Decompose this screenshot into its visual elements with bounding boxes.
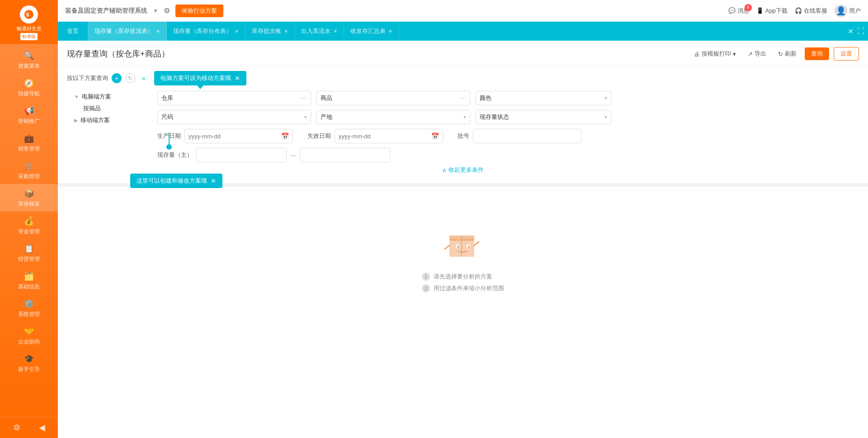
sidebar-item-label: 销售管理 xyxy=(18,145,40,153)
finance-icon: 💰 xyxy=(24,216,34,226)
sidebar-logo: 6 畅通好生意 标准版 xyxy=(0,0,58,44)
production-date-field[interactable]: 📅 xyxy=(184,129,293,143)
tab-home[interactable]: 首页 xyxy=(58,22,88,41)
query-btn[interactable]: 查询 xyxy=(805,47,829,60)
tab-batch[interactable]: 库存批次账 ✕ xyxy=(245,22,295,41)
set-btn[interactable]: 设置 xyxy=(834,47,859,61)
app-download-btn[interactable]: 📱 App下载 xyxy=(756,7,788,15)
sidebar-item-collab[interactable]: 🤝 企业协同 xyxy=(0,322,58,349)
expiry-date-calendar-icon[interactable]: 📅 xyxy=(431,132,439,140)
batch-input[interactable] xyxy=(477,133,577,140)
origin-label: 产地 xyxy=(321,113,463,121)
sidebar-item-sales[interactable]: 💼 销售管理 xyxy=(0,129,58,156)
scheme-desktop-item[interactable]: ▼ 电脑端方案 xyxy=(74,91,148,103)
color-field[interactable]: 颜色 ▾ xyxy=(476,91,611,105)
scheme-mobile-item[interactable]: ▶ 移动端方案 xyxy=(74,114,148,126)
print-btn[interactable]: 🖨 按模板打印 ▾ xyxy=(690,48,740,60)
tab-inventory-dist[interactable]: 现存量（库存分布表） ✕ xyxy=(167,22,245,41)
expiry-date-group: 失效日期 📅 xyxy=(307,129,443,143)
tab-close-inventory-status[interactable]: ✕ xyxy=(156,28,160,34)
tooltip1-close-btn[interactable]: ✕ xyxy=(235,75,240,82)
user-profile-btn[interactable]: 👤 用户 xyxy=(835,5,861,17)
inventory-status-field[interactable]: 现存量状态 ▾ xyxy=(476,110,611,124)
export-btn[interactable]: ↗ 导出 xyxy=(744,48,770,60)
tab-close-inventory-dist[interactable]: ✕ xyxy=(235,28,239,34)
tooltip1-wrapper: 电脑方案可设为移动方案哦 ✕ xyxy=(154,71,246,85)
svg-point-7 xyxy=(457,246,459,248)
filter-refresh-btn[interactable]: ↻ xyxy=(125,73,135,83)
production-date-input[interactable] xyxy=(189,133,278,140)
sidebar-item-marketing[interactable]: 📢 营销推广 xyxy=(0,101,58,129)
tab-inventory-status[interactable]: 现存量（库存状况表） ✕ xyxy=(88,22,167,41)
expiry-date-field[interactable]: 📅 xyxy=(335,129,443,143)
export-label: 导出 xyxy=(755,50,766,58)
sidebar-item-newbie[interactable]: 🎓 新手引导 xyxy=(0,349,58,377)
sidebar: 6 畅通好生意 标准版 🔍 搜索菜单 🧭 快捷导航 📢 营销推广 💼 销售管理 … xyxy=(0,0,58,438)
tab-close-summary[interactable]: ✕ xyxy=(388,28,392,34)
online-support-btn[interactable]: 🎧 在线客服 xyxy=(795,7,827,15)
expiry-date-input[interactable] xyxy=(339,133,429,140)
tab-close-flow[interactable]: ✕ xyxy=(333,28,337,34)
production-date-calendar-icon[interactable]: 📅 xyxy=(281,132,289,140)
page-actions: 🖨 按模板打印 ▾ ↗ 导出 ↻ 刷新 查询 设置 xyxy=(690,47,859,61)
inventory-status-dropdown[interactable]: ▾ xyxy=(604,114,607,120)
settings-bottom-btn[interactable]: ⚙ xyxy=(13,423,20,433)
size-field[interactable]: 尺码 ▾ xyxy=(157,110,311,124)
empty-step-2: 2 用过滤条件来缩小分析范围 xyxy=(422,284,504,292)
scheme-tree: ▼ 电脑端方案 按揭品 ▶ 移动端方案 xyxy=(67,91,148,162)
tab-fullscreen-btn[interactable]: ⛶ xyxy=(857,27,864,35)
filter-row-2: 尺码 ▾ 产地 ▾ 现存量状态 ▾ xyxy=(157,110,850,124)
collapse-sidebar-btn[interactable]: ◀ xyxy=(39,423,45,433)
sidebar-item-search[interactable]: 🔍 搜索菜单 xyxy=(0,46,58,74)
marketing-icon: 📢 xyxy=(24,106,34,116)
inventory-from-field[interactable] xyxy=(196,148,287,162)
inventory-to-input[interactable] xyxy=(304,152,386,159)
production-date-group: 生产日期 📅 xyxy=(157,129,293,143)
filter-arrow-btn[interactable]: « xyxy=(139,73,149,83)
warehouse-dots[interactable]: ··· xyxy=(301,94,307,102)
tab-summary[interactable]: 收发存汇总表 ✕ xyxy=(344,22,399,41)
tab-close-batch[interactable]: ✕ xyxy=(284,28,288,34)
notification-btn[interactable]: 💬 消息 6 xyxy=(728,7,749,15)
filter-add-btn[interactable]: + xyxy=(112,73,122,83)
sidebar-item-label: 采购管理 xyxy=(18,173,40,180)
tab-close-all-btn[interactable]: ✕ xyxy=(848,27,854,36)
inventory-from-input[interactable] xyxy=(200,152,283,159)
sidebar-item-system[interactable]: ⚙️ 系统管理 xyxy=(0,294,58,322)
newbie-icon: 🎓 xyxy=(24,354,34,364)
search-icon: 🔍 xyxy=(24,51,34,61)
empty-steps: 1 请先选择要分析的方案 2 用过滤条件来缩小分析范围 xyxy=(422,273,504,292)
goods-dots[interactable]: ··· xyxy=(460,94,466,102)
sidebar-item-guide[interactable]: 🧭 快捷导航 xyxy=(0,74,58,101)
sidebar-item-basic[interactable]: 🗂️ 基础信息 xyxy=(0,267,58,294)
size-dropdown-icon[interactable]: ▾ xyxy=(304,114,307,120)
user-name: 用户 xyxy=(849,7,861,15)
sidebar-item-inventory[interactable]: 📦 库存核算 xyxy=(0,184,58,212)
inventory-status-label: 现存量状态 xyxy=(480,113,604,121)
origin-field[interactable]: 产地 ▾ xyxy=(316,110,470,124)
goods-field[interactable]: 商品 ··· xyxy=(316,91,470,105)
tooltip-scheme: 电脑方案可设为移动方案哦 ✕ xyxy=(154,71,246,85)
system-dropdown-icon[interactable]: ▼ xyxy=(153,8,158,14)
warehouse-field[interactable]: 仓库 ··· xyxy=(157,91,311,105)
batch-field[interactable] xyxy=(473,129,581,143)
sidebar-item-operation[interactable]: 📋 经营管理 xyxy=(0,239,58,267)
trial-button[interactable]: 体验行业方案 xyxy=(175,5,223,17)
svg-point-8 xyxy=(468,246,470,248)
origin-dropdown-icon[interactable]: ▾ xyxy=(463,114,466,120)
color-dropdown-icon[interactable]: ▾ xyxy=(604,95,607,101)
tab-flow[interactable]: 出入库流水 ✕ xyxy=(295,22,344,41)
tooltip2-close-btn[interactable]: ✕ xyxy=(211,177,216,184)
header-gear-btn[interactable]: ⚙ xyxy=(164,6,170,15)
sidebar-item-finance[interactable]: 💰 资金管理 xyxy=(0,212,58,239)
operation-icon: 📋 xyxy=(24,244,34,254)
tab-bar: 首页 现存量（库存状况表） ✕ 现存量（库存分布表） ✕ 库存批次账 ✕ 出入库… xyxy=(58,22,868,41)
scheme-child-item[interactable]: 按揭品 xyxy=(83,103,148,114)
logo-text: 畅通好生意 xyxy=(17,25,42,32)
inventory-to-field[interactable] xyxy=(300,148,390,162)
system-icon: ⚙️ xyxy=(24,299,34,309)
page-content: 现存量查询（按仓库+商品） 🖨 按模板打印 ▾ ↗ 导出 ↻ 刷新 xyxy=(58,41,868,438)
sidebar-item-purchase[interactable]: 🛒 采购管理 xyxy=(0,156,58,184)
basic-icon: 🗂️ xyxy=(24,271,34,281)
refresh-btn[interactable]: ↻ 刷新 xyxy=(774,48,800,60)
